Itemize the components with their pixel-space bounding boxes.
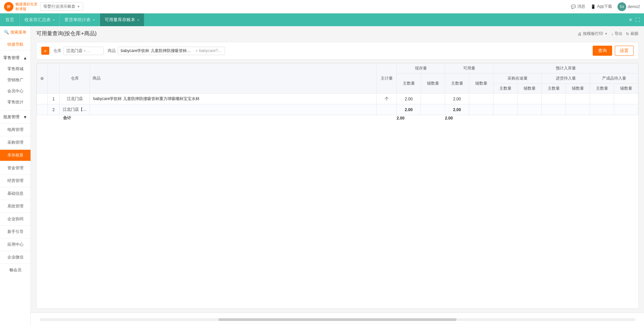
sidebar-item-wechat[interactable]: 企业微信 <box>0 252 31 263</box>
row1-pp-main <box>590 94 614 104</box>
product-filter-label: 商品 <box>108 48 116 54</box>
warehouse-tag-1: 江北门店 × <box>66 48 86 54</box>
row2-no: 2 <box>48 104 60 115</box>
row2-warehouse: 江北门店【... <box>60 104 90 115</box>
sidebar-search[interactable]: 🔍 搜索菜单 <box>0 26 31 39</box>
logo-text: 畅捷通好生意 标准版 <box>15 2 38 11</box>
tab-order-stats[interactable]: 要货单统计表 × <box>60 13 100 26</box>
sidebar-item-new-guide[interactable]: 新手引导 <box>0 226 31 237</box>
col-unit-header: 主计量 <box>377 63 397 94</box>
row2-stock-sub <box>421 104 445 115</box>
tab-close-receive-summary[interactable]: × <box>53 18 55 22</box>
app-download-button[interactable]: 📱 App下载 <box>591 4 612 9</box>
row2-pt-main <box>493 104 518 115</box>
row1-pt-sub <box>518 94 542 104</box>
row2-pt-sub <box>518 104 542 115</box>
sidebar-item-system[interactable]: 系统管理 <box>0 201 31 212</box>
bottom-bar <box>31 313 644 326</box>
col-stock-main-header: 主数量 <box>397 74 421 94</box>
row2-stock-main: 2.00 <box>397 104 421 115</box>
row2-unit <box>377 104 397 115</box>
product-filter-group: 商品 babycare学饮杯 儿童防摔防撞吸管杯重力球吸嘴杯宝宝水杯 × bab… <box>108 47 225 55</box>
tab-home[interactable]: 首页 <box>0 13 20 26</box>
avatar: Ea <box>618 2 626 11</box>
col-pp-sub-header: 辅数量 <box>614 84 638 94</box>
col-stock-group-header: 现存量 <box>397 63 445 74</box>
tab-available-stock[interactable]: 可用量库存账本 × <box>100 13 144 26</box>
header-right: 💬 消息 📱 App下载 Ea demo2 <box>571 2 640 11</box>
warehouse-filter-tags[interactable]: 江北门店 × ... <box>63 47 104 55</box>
page-title: 可用量查询(按仓库+商品) <box>36 30 97 37</box>
sidebar-item-enterprise-collab[interactable]: 企业协同 <box>0 214 31 225</box>
template-print-button[interactable]: 🖨 按模板打印 ▼ <box>578 31 608 37</box>
page-content: 可用量查询(按仓库+商品) 🖨 按模板打印 ▼ ↓ 导出 ↻ 刷新 <box>31 26 644 313</box>
col-warehouse-header: 仓库 <box>60 63 90 94</box>
col-purchase-transit-header: 采购在途量 <box>493 74 542 84</box>
tab-close-all-icon[interactable]: ✕ <box>629 17 633 22</box>
sidebar-item-app-center[interactable]: 应用中心 <box>0 239 31 250</box>
row1-warehouse: 江北门店 <box>60 94 90 104</box>
sidebar-item-retail-mall[interactable]: 零售商城 <box>0 63 31 75</box>
chevron-print-icon: ▼ <box>604 32 608 36</box>
product-tag-2: babycare?... <box>199 48 221 53</box>
page-actions: 🖨 按模板打印 ▼ ↓ 导出 ↻ 刷新 <box>578 31 639 37</box>
setting-button[interactable]: 设置 <box>615 46 634 56</box>
page-title-bar: 可用量查询(按仓库+商品) 🖨 按模板打印 ▼ ↓ 导出 ↻ 刷新 <box>36 30 639 37</box>
sidebar-quick-nav[interactable]: 快捷导航 <box>0 39 31 50</box>
col-product-header: 商品 <box>90 63 377 94</box>
row1-ip-main <box>542 94 566 104</box>
message-icon: 💬 <box>571 4 576 9</box>
sidebar-item-basic-info[interactable]: 基础信息 <box>0 188 31 199</box>
col-settings-header[interactable]: ⚙ <box>37 63 48 94</box>
footer-stock-main: 2.00 <box>397 115 421 121</box>
user-menu[interactable]: Ea demo2 <box>618 2 640 11</box>
logo-icon: 好 <box>4 2 13 11</box>
product-tag-1: babycare学饮杯 儿童防摔防撞吸管杯重力球吸嘴杯宝宝水杯 × <box>121 48 198 54</box>
tab-receive-summary[interactable]: 收发存汇总表 × <box>20 13 60 26</box>
row1-avail-sub <box>469 94 493 104</box>
filter-expand-button[interactable]: » <box>41 47 49 55</box>
tab-close-order-stats[interactable]: × <box>93 18 95 22</box>
query-button[interactable]: 查询 <box>593 46 612 56</box>
sidebar-item-inventory[interactable]: 库存核算 <box>0 150 31 161</box>
row1-pp-sub <box>614 94 638 104</box>
tab-fullscreen-icon[interactable]: ⛶ <box>635 17 640 22</box>
row1-product: babycare学饮杯 儿童防摔防撞吸管杯重力球吸嘴杯宝宝水杯 <box>90 94 377 104</box>
row1-no: 1 <box>48 94 60 104</box>
row2-avail-sub <box>469 104 493 115</box>
sidebar-item-finance[interactable]: 资金管理 <box>0 162 31 174</box>
search-icon: 🔍 <box>4 30 9 35</box>
chevron-down-icon: ▼ <box>23 115 27 120</box>
download-icon: 📱 <box>591 4 596 9</box>
sidebar-item-marketing[interactable]: 营销推广 <box>0 75 31 86</box>
sidebar-item-member-pro[interactable]: 畅会员 <box>0 265 31 276</box>
header-left: 好 畅捷通好生意 标准版 母婴行业演示账套 ▼ <box>4 2 83 11</box>
refresh-button[interactable]: ↻ 刷新 <box>626 31 639 37</box>
row1-avail-main: 2.00 <box>445 94 469 104</box>
sidebar-item-operations[interactable]: 经营管理 <box>0 175 31 186</box>
sidebar-item-purchase[interactable]: 采购管理 <box>0 137 31 148</box>
col-stock-sub-header: 辅数量 <box>421 74 445 94</box>
sidebar-item-member[interactable]: 会员中心 <box>0 86 31 97</box>
message-button[interactable]: 💬 消息 <box>571 4 585 9</box>
product-filter-tags[interactable]: babycare学饮杯 儿童防摔防撞吸管杯重力球吸嘴杯宝宝水杯 × babyca… <box>118 47 225 55</box>
table-row: 2 江北门店【... 2.00 2.00 <box>37 104 638 115</box>
sidebar-group-retail[interactable]: 零售管理 ▲ <box>0 52 31 63</box>
scrollbar-thumb[interactable] <box>218 318 457 321</box>
row2-pp-main <box>590 104 614 115</box>
export-button[interactable]: ↓ 导出 <box>611 31 623 37</box>
row2-ip-main <box>542 104 566 115</box>
horizontal-scrollbar[interactable] <box>40 318 635 321</box>
company-select[interactable]: 母婴行业演示账套 ▼ <box>40 2 83 11</box>
warehouse-tag-1-close[interactable]: × <box>84 49 86 53</box>
product-tag-1-close[interactable]: × <box>196 49 198 53</box>
tab-close-available-stock[interactable]: × <box>137 18 139 22</box>
table-footer-row: 合计 2.00 2.00 <box>37 115 638 121</box>
sidebar-item-retail-stats[interactable]: 零售统计 <box>0 97 31 108</box>
row2-ip-sub <box>566 104 590 115</box>
sidebar-group-wholesale[interactable]: 批发管理 ▼ <box>0 111 31 123</box>
main-table: ⚙ 仓库 商品 主计量 现存量 可用量 预计入库量 主数量 辅数 <box>37 63 638 121</box>
sidebar-item-ecommerce[interactable]: 电商管理 <box>0 124 31 135</box>
col-avail-main-header: 主数量 <box>445 74 469 94</box>
filter-actions: 查询 设置 <box>593 46 634 56</box>
